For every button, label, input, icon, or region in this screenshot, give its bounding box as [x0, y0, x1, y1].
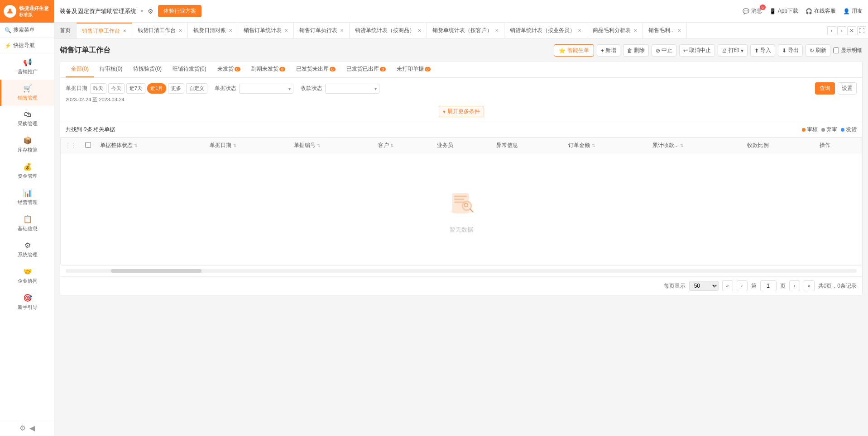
per-page-select-wrapper[interactable]: 50 100 200	[689, 281, 719, 291]
expand-filter-button[interactable]: ▾ 展开更多条件	[439, 106, 484, 117]
tab-close-cash-reconcile[interactable]: ✕	[229, 28, 232, 33]
system-dropdown-icon[interactable]: ▾	[141, 9, 143, 14]
user-item[interactable]: 👤 用友	[843, 7, 863, 15]
refresh-button[interactable]: ↻ 刷新	[806, 44, 830, 57]
sub-tab-pending-inspect[interactable]: 待拣验货(0)	[128, 62, 167, 77]
app-download-item[interactable]: 📱 App下载	[769, 7, 798, 15]
next-page-button[interactable]: ›	[789, 280, 800, 291]
sub-tab-not-printed[interactable]: 未打印单据0	[391, 62, 436, 77]
sub-tab-not-shipped[interactable]: 未发货0	[212, 62, 246, 77]
filter-payment-select[interactable]	[325, 84, 379, 94]
sidebar-search-item[interactable]: 🔍 搜索菜单	[0, 23, 54, 38]
collapse-sidebar-icon[interactable]: ◀	[29, 424, 35, 432]
tab-close-sales-stat[interactable]: ✕	[284, 28, 288, 33]
stop-button[interactable]: ⊘ 中止	[652, 44, 676, 57]
filter-date-yesterday[interactable]: 昨天	[90, 83, 106, 94]
sort-date-icon[interactable]: ⇅	[233, 143, 237, 148]
sub-tab-all[interactable]: 全部(0)	[66, 62, 94, 77]
filter-status-select[interactable]	[239, 84, 293, 94]
new-button[interactable]: + 新增	[597, 44, 620, 57]
sort-collected-icon[interactable]: ⇅	[680, 143, 684, 148]
sort-customer-icon[interactable]: ⇅	[390, 143, 394, 148]
scroll-thumb[interactable]	[111, 269, 201, 273]
tab-cash-daily[interactable]: 钱货日清工作台 ✕	[132, 23, 188, 39]
quick-ship-btn[interactable]: 发货	[841, 126, 857, 133]
online-service-item[interactable]: 🎧 在线客服	[806, 7, 836, 15]
query-button[interactable]: 查询	[815, 82, 835, 95]
message-item[interactable]: 💬 消息 6	[743, 7, 762, 15]
tab-fullscreen-btn[interactable]: ⛶	[857, 26, 866, 35]
print-button[interactable]: 🖨 打印 ▾	[718, 44, 748, 57]
tab-close-sales-exec[interactable]: ✕	[340, 28, 344, 33]
tab-sales-stat[interactable]: 销售订单统计表 ✕	[238, 23, 294, 39]
filter-payment-select-wrapper[interactable]	[325, 84, 379, 94]
tab-close-sales-more[interactable]: ✕	[677, 28, 681, 33]
tab-close-sales-summary-customer[interactable]: ✕	[495, 28, 499, 33]
settings-bottom-icon[interactable]: ⚙	[19, 424, 26, 432]
sub-tab-expired-not-shipped[interactable]: 到期未发货0	[246, 62, 291, 77]
sidebar-item-marketing[interactable]: 📢 营销推广	[0, 53, 54, 80]
sidebar-item-sales[interactable]: 🛒 销售管理	[0, 80, 54, 106]
sub-tab-shipped-not-out[interactable]: 已发货未出库0	[291, 62, 341, 77]
tab-scroll-left-btn[interactable]: ‹	[827, 26, 836, 35]
tab-sales-exec[interactable]: 销售订单执行表 ✕	[294, 23, 350, 39]
quick-abandon-btn[interactable]: 弃审	[821, 126, 837, 133]
tab-close-cash-daily[interactable]: ✕	[178, 28, 182, 33]
prev-page-button[interactable]: ‹	[737, 280, 748, 291]
experience-button[interactable]: 体验行业方案	[158, 5, 201, 17]
select-all-checkbox[interactable]	[85, 142, 91, 148]
cancel-stop-button[interactable]: ↩ 取消中止	[679, 44, 715, 57]
import-button[interactable]: ⬆ 导入	[750, 44, 775, 57]
tab-sales-workbench[interactable]: 销售订单工作台 ✕	[77, 23, 132, 39]
smart-generate-button[interactable]: ⭐ 智能生单	[554, 44, 594, 57]
delete-button[interactable]: 🗑 删除	[623, 44, 649, 57]
th-checkbox[interactable]	[81, 138, 96, 153]
tab-sales-summary-customer[interactable]: 销货单统计表（按客户） ✕	[427, 23, 504, 39]
filter-date-more[interactable]: 更多	[168, 83, 184, 94]
show-detail-checkbox[interactable]	[833, 47, 839, 53]
sidebar-quick-nav[interactable]: ⚡ 快捷导航	[0, 38, 54, 53]
print-dropdown-icon[interactable]: ▾	[741, 47, 743, 54]
tab-close-sales-workbench[interactable]: ✕	[123, 28, 126, 33]
sidebar-item-operations[interactable]: 📊 经营管理	[0, 184, 54, 210]
first-page-button[interactable]: «	[722, 280, 733, 291]
filter-status-select-wrapper[interactable]	[239, 84, 293, 94]
filter-date-7days[interactable]: 近7天	[126, 83, 145, 94]
sidebar-item-enterprise[interactable]: 🤝 企业协同	[0, 263, 54, 289]
tab-sales-summary-product[interactable]: 销货单统计表（按商品） ✕	[350, 23, 427, 39]
export-button[interactable]: ⬇ 导出	[778, 44, 803, 57]
sidebar-item-finance[interactable]: 💰 资金管理	[0, 158, 54, 184]
tab-scroll-right-btn[interactable]: ›	[837, 26, 846, 35]
last-page-button[interactable]: »	[804, 280, 815, 291]
tab-sales-more[interactable]: 销售毛利... ✕	[643, 23, 687, 39]
filter-date-today[interactable]: 今天	[108, 83, 125, 94]
sidebar-item-guide[interactable]: 🎯 新手引导	[0, 289, 54, 315]
sidebar-item-basic[interactable]: 📋 基础信息	[0, 210, 54, 237]
sidebar-item-inventory[interactable]: 📦 库存核算	[0, 132, 54, 158]
tab-close-all-btn[interactable]: ✕	[847, 26, 856, 35]
tab-profit-analysis[interactable]: 商品毛利分析表 ✕	[587, 23, 643, 39]
sort-number-icon[interactable]: ⇅	[317, 143, 321, 148]
quick-review-btn[interactable]: 审核	[802, 126, 818, 133]
tab-home[interactable]: 首页	[54, 23, 77, 39]
sidebar-item-system[interactable]: ⚙ 系统管理	[0, 237, 54, 263]
tab-close-sales-summary-product[interactable]: ✕	[417, 28, 421, 33]
filter-date-custom[interactable]: 自定义	[186, 83, 207, 94]
filter-date-1month[interactable]: 近1月	[147, 83, 166, 94]
filter-settings-button[interactable]: 设置	[838, 82, 857, 95]
tab-close-sales-summary-staff[interactable]: ✕	[578, 28, 581, 33]
header-settings-icon[interactable]: ⚙	[148, 8, 153, 15]
page-number-input[interactable]	[760, 280, 777, 291]
sort-amount-icon[interactable]: ⇅	[592, 143, 595, 148]
sub-tab-shipped-out[interactable]: 已发货已出库0	[341, 62, 391, 77]
tab-cash-reconcile[interactable]: 钱货日清对账 ✕	[188, 23, 238, 39]
horizontal-scrollbar[interactable]	[60, 265, 862, 276]
show-detail-label[interactable]: 显示明细	[833, 47, 863, 54]
sub-tab-wangpu-ship[interactable]: 旺铺待发货(0)	[167, 62, 212, 77]
sort-status-icon[interactable]: ⇅	[134, 143, 138, 148]
tab-sales-summary-staff[interactable]: 销货单统计表（按业务员） ✕	[504, 23, 587, 39]
sub-tab-pending-review[interactable]: 待审核(0)	[94, 62, 128, 77]
tab-close-profit-analysis[interactable]: ✕	[633, 28, 637, 33]
per-page-select[interactable]: 50 100 200	[689, 281, 719, 291]
sidebar-item-purchase[interactable]: 🛍 采购管理	[0, 106, 54, 132]
